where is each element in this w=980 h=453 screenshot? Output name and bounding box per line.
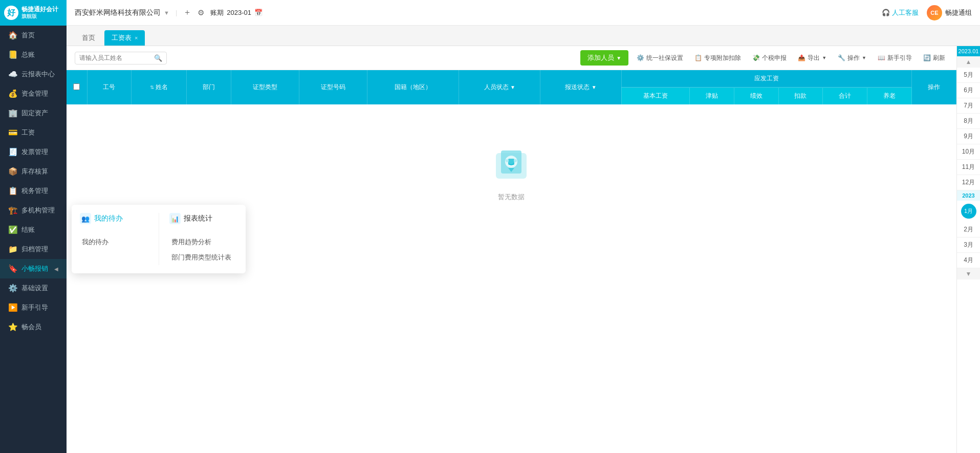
- add-person-dropdown-icon: ▼: [616, 55, 621, 61]
- refresh-button[interactable]: 🔄 刷新: [920, 52, 948, 64]
- col-id-type: 证型类型: [231, 70, 299, 104]
- popup-col2-title: 📊 报表统计: [169, 213, 238, 228]
- tab-salary[interactable]: 工资表 ×: [104, 30, 145, 46]
- special-deduction-button[interactable]: 📋 专项附加扣除: [691, 52, 744, 64]
- month-nav-up[interactable]: ▲: [957, 56, 980, 68]
- checkbox-col-header[interactable]: [67, 70, 87, 104]
- popup-item-cost-trend[interactable]: 费用趋势分析: [169, 234, 238, 250]
- tabbar: 首页 工资表 ×: [67, 26, 980, 46]
- month-item-10[interactable]: 10月: [957, 144, 980, 160]
- sidebar-item-general-ledger[interactable]: 📒 总账: [0, 45, 67, 64]
- topbar-right: 🎧 人工客服 CE 畅捷通组: [882, 5, 972, 20]
- month-item-6[interactable]: 6月: [957, 83, 980, 98]
- sidebar-item-expense[interactable]: 🔖 小畅报销 ◀: [0, 259, 67, 278]
- sidebar-item-label: 新手引导: [21, 303, 48, 312]
- month-item-7[interactable]: 7月: [957, 98, 980, 114]
- month-item-12[interactable]: 12月: [957, 175, 980, 190]
- username: 畅捷通组: [945, 8, 972, 17]
- tab-salary-label: 工资表: [112, 33, 132, 42]
- sidebar-item-label: 资金管理: [21, 89, 48, 98]
- year-2023-label: 2023: [957, 190, 980, 201]
- assets-icon: 🏢: [8, 109, 17, 118]
- ledger-icon: 📒: [8, 50, 17, 59]
- sub-col-base-salary: 基本工资: [621, 88, 689, 105]
- settings-button[interactable]: ⚙: [198, 8, 204, 17]
- sidebar-item-label: 库存核算: [21, 167, 48, 176]
- sub-col-performance: 绩效: [734, 88, 778, 105]
- month-item-3[interactable]: 3月: [957, 238, 980, 253]
- sidebar-item-label: 结账: [21, 225, 35, 234]
- operations-button[interactable]: 🔧 操作 ▼: [835, 52, 869, 64]
- export-icon: 📤: [798, 54, 805, 61]
- search-box[interactable]: 🔍: [75, 52, 167, 64]
- sidebar-item-label: 畅会员: [21, 322, 41, 332]
- popup-divider: [159, 213, 159, 265]
- popup-item-dept-cost[interactable]: 部门费用类型统计表: [169, 250, 238, 265]
- month-item-1[interactable]: 1月: [961, 204, 976, 219]
- company-selector[interactable]: 西安虾米网络科技有限公司 ▼: [75, 8, 169, 17]
- add-person-button[interactable]: 添加人员 ▼: [580, 50, 628, 66]
- sidebar-item-home[interactable]: 🏠 首页: [0, 26, 67, 45]
- sidebar-item-label: 云报表中心: [21, 70, 55, 79]
- logo-icon: 好: [4, 6, 18, 20]
- sidebar-item-close-account[interactable]: ✅ 结账: [0, 220, 67, 240]
- sort-icon: ⇅: [150, 84, 156, 90]
- tax-filing-icon: 💸: [752, 54, 760, 61]
- col-staff-status: 人员状态 ▼: [459, 70, 540, 104]
- tax-filing-button[interactable]: 💸 个税申报: [749, 52, 790, 64]
- sidebar-item-settings[interactable]: ⚙️ 基础设置: [0, 278, 67, 298]
- sidebar-item-cloud-reports[interactable]: ☁️ 云报表中心: [0, 64, 67, 84]
- social-insurance-icon: ⚙️: [637, 54, 644, 61]
- filter-icon2[interactable]: ▼: [592, 84, 597, 90]
- sidebar-item-salary[interactable]: 💳 工资: [0, 123, 67, 142]
- org-icon: 🏗️: [8, 206, 17, 215]
- sidebar-item-label: 首页: [21, 31, 35, 40]
- sidebar-item-tax[interactable]: 📋 税务管理: [0, 181, 67, 201]
- popup-col2-title-label: 报表统计: [184, 214, 212, 223]
- month-item-2[interactable]: 2月: [957, 222, 980, 238]
- month-sidebar: 2023.01 ▲ 5月 6月 7月 8月 9月 10月 11月: [956, 46, 980, 453]
- export-button[interactable]: 📤 导出 ▼: [795, 52, 830, 64]
- social-insurance-button[interactable]: ⚙️ 统一社保设置: [634, 52, 686, 64]
- customer-service-button[interactable]: 🎧 人工客服: [882, 8, 919, 17]
- sidebar-item-fixed-assets[interactable]: 🏢 固定资产: [0, 103, 67, 123]
- topbar: 西安虾米网络科技有限公司 ▼ | ＋ ⚙ 账期 2023-01 📅 🎧 人工客服…: [67, 0, 980, 26]
- avatar: CE: [927, 5, 942, 20]
- tab-home-label: 首页: [82, 34, 95, 41]
- sidebar-item-member[interactable]: ⭐ 畅会员: [0, 317, 67, 337]
- salary-icon: 💳: [8, 128, 17, 137]
- popup-item-mywork[interactable]: 我的待办: [80, 234, 148, 250]
- col-employee-number: 工号: [87, 70, 132, 104]
- sidebar-item-archive[interactable]: 📁 归档管理: [0, 240, 67, 259]
- add-company-button[interactable]: ＋: [183, 7, 191, 18]
- tab-home[interactable]: 首页: [75, 30, 102, 46]
- reports-icon: 📊: [169, 213, 181, 224]
- user-profile[interactable]: CE 畅捷通组: [927, 5, 972, 20]
- sidebar-item-invoice[interactable]: 🧾 发票管理: [0, 142, 67, 162]
- sidebar-item-multi-org[interactable]: 🏗️ 多机构管理: [0, 201, 67, 220]
- month-item-4[interactable]: 4月: [957, 253, 980, 268]
- current-period-label: 2023.01: [957, 46, 980, 56]
- sidebar-item-fund-management[interactable]: 💰 资金管理: [0, 84, 67, 103]
- popup-col1-title-label: 我的待办: [94, 214, 123, 223]
- month-nav-down[interactable]: ▼: [957, 268, 980, 279]
- search-input[interactable]: [79, 54, 151, 61]
- special-deduction-label: 专项附加扣除: [704, 54, 741, 62]
- guide-button[interactable]: 📖 新手引导: [875, 52, 915, 64]
- app-logo: 好 畅捷通好会计 旗舰版: [0, 0, 67, 26]
- popup-col-mywork: 👥 我的待办 我的待办: [80, 213, 148, 265]
- month-item-5[interactable]: 5月: [957, 68, 980, 83]
- sidebar-item-inventory[interactable]: 📦 库存核算: [0, 162, 67, 181]
- month-item-9[interactable]: 9月: [957, 129, 980, 144]
- add-person-label: 添加人员: [587, 53, 614, 62]
- month-item-11[interactable]: 11月: [957, 160, 980, 175]
- select-all-checkbox[interactable]: [73, 83, 80, 90]
- tab-close-button[interactable]: ×: [135, 35, 138, 41]
- archive-icon: 📁: [8, 245, 17, 254]
- tax-filing-label: 个税申报: [762, 54, 787, 62]
- filter-icon[interactable]: ▼: [510, 84, 515, 90]
- mywork-icon: 👥: [80, 213, 91, 224]
- tax-icon: 📋: [8, 186, 17, 196]
- sidebar-item-guide[interactable]: ▶️ 新手引导: [0, 298, 67, 317]
- month-item-8[interactable]: 8月: [957, 114, 980, 129]
